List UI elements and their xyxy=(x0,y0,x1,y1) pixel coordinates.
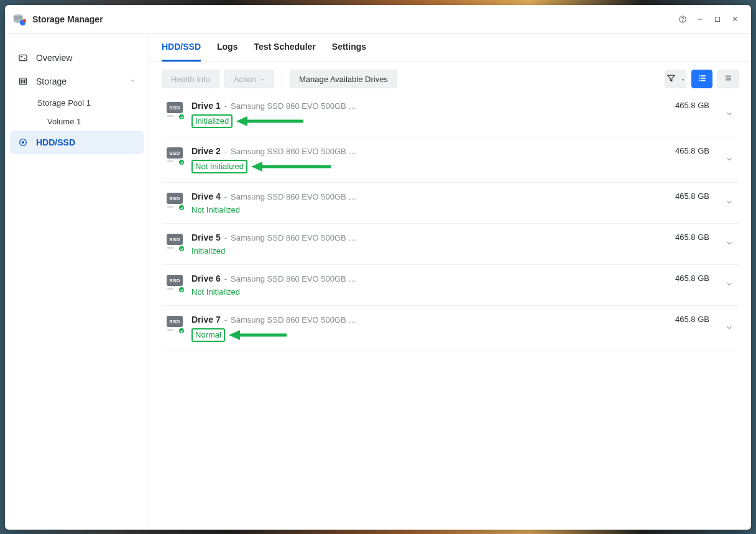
ssd-icon: SSD xyxy=(167,147,183,163)
drive-model: Samsung SSD 860 EVO 500GB … xyxy=(231,233,356,242)
sidebar-item-overview[interactable]: Overview xyxy=(10,46,144,70)
separator: - xyxy=(224,233,227,242)
drive-name: Drive 2 xyxy=(191,146,221,156)
drive-name: Drive 4 xyxy=(191,191,221,201)
storage-icon xyxy=(17,76,29,87)
svg-marker-19 xyxy=(261,79,264,81)
chevron-down-icon[interactable] xyxy=(725,239,734,249)
drive-row-main: Drive 6-Samsung SSD 860 EVO 500GB …Not I… xyxy=(191,274,669,297)
filter-button[interactable] xyxy=(665,70,686,88)
drive-row-main: Drive 2-Samsung SSD 860 EVO 500GB …Not I… xyxy=(191,146,669,173)
maximize-button[interactable] xyxy=(709,11,726,28)
manage-available-drives-button[interactable]: Manage Available Drives xyxy=(290,70,397,88)
drive-name: Drive 1 xyxy=(191,101,221,111)
drive-size: 465.8 GB xyxy=(675,232,725,242)
drive-model: Samsung SSD 860 EVO 500GB … xyxy=(231,101,356,111)
ssd-icon: SSD xyxy=(167,234,183,250)
caret-down-icon xyxy=(260,75,265,84)
tab-label: Logs xyxy=(217,42,237,52)
sidebar-item-volume-1[interactable]: Volume 1 xyxy=(10,112,144,131)
drive-row[interactable]: SSDDrive 5-Samsung SSD 860 EVO 500GB …In… xyxy=(162,224,739,265)
drive-row-main: Drive 1-Samsung SSD 860 EVO 500GB …Initi… xyxy=(191,101,669,128)
ssd-icon: SSD xyxy=(167,102,183,118)
separator xyxy=(282,72,282,86)
drive-name: Drive 7 xyxy=(191,315,221,325)
svg-rect-25 xyxy=(701,78,705,79)
tab-test-scheduler[interactable]: Test Scheduler xyxy=(254,34,315,62)
svg-marker-20 xyxy=(668,75,675,81)
drive-model: Samsung SSD 860 EVO 500GB … xyxy=(231,274,356,283)
chevron-down-icon[interactable] xyxy=(725,198,734,208)
tab-logs[interactable]: Logs xyxy=(217,34,237,62)
tab-bar: HDD/SSD Logs Test Scheduler Settings xyxy=(149,34,751,62)
drive-name: Drive 6 xyxy=(191,274,221,283)
drive-row-main: Drive 7-Samsung SSD 860 EVO 500GB …Norma… xyxy=(191,315,669,342)
svg-point-5 xyxy=(683,21,683,21)
list-icon xyxy=(698,73,707,85)
caret-down-icon xyxy=(681,75,685,84)
drive-status: Not Initialized xyxy=(191,160,247,173)
drive-size: 465.8 GB xyxy=(675,146,725,155)
hamburger-icon xyxy=(724,73,733,85)
drive-status: Normal xyxy=(191,328,225,342)
sidebar-item-label: HDD/SSD xyxy=(36,137,75,147)
ssd-icon: SSD xyxy=(167,193,183,209)
ssd-icon: SSD xyxy=(167,275,183,291)
chevron-down-icon[interactable] xyxy=(725,323,734,334)
drive-list: SSDDrive 1-Samsung SSD 860 EVO 500GB …In… xyxy=(149,88,751,364)
chevron-down-icon[interactable] xyxy=(725,109,734,120)
separator: - xyxy=(224,192,227,201)
chevron-up-icon xyxy=(129,76,136,86)
svg-rect-26 xyxy=(699,80,700,81)
action-dropdown[interactable]: Action xyxy=(224,70,274,88)
drive-size: 465.8 GB xyxy=(675,101,725,110)
drive-model: Samsung SSD 860 EVO 500GB … xyxy=(231,192,356,201)
drive-row[interactable]: SSDDrive 4-Samsung SSD 860 EVO 500GB …No… xyxy=(162,183,739,224)
list-view-button[interactable] xyxy=(691,70,712,88)
chevron-down-icon[interactable] xyxy=(725,280,734,290)
drive-title-line: Drive 6-Samsung SSD 860 EVO 500GB … xyxy=(191,274,669,283)
drive-row[interactable]: SSDDrive 6-Samsung SSD 860 EVO 500GB …No… xyxy=(162,265,739,306)
button-label: Action xyxy=(234,75,256,84)
minimize-button[interactable] xyxy=(691,11,709,28)
app-icon xyxy=(12,12,26,26)
drive-status: Not Initialized xyxy=(191,205,240,214)
drive-row[interactable]: SSDDrive 1-Samsung SSD 860 EVO 500GB …In… xyxy=(162,92,739,137)
drive-row[interactable]: SSDDrive 7-Samsung SSD 860 EVO 500GB …No… xyxy=(162,306,739,351)
button-label: Health Info xyxy=(171,75,210,84)
svg-point-3 xyxy=(23,19,27,22)
app-window: Storage Manager Overview xyxy=(5,5,751,530)
sidebar-item-label: Overview xyxy=(36,53,72,63)
svg-rect-7 xyxy=(716,17,720,21)
button-label: Manage Available Drives xyxy=(299,75,388,84)
overview-icon xyxy=(17,52,29,63)
drive-title-line: Drive 2-Samsung SSD 860 EVO 500GB … xyxy=(191,146,669,156)
drive-row[interactable]: SSDDrive 2-Samsung SSD 860 EVO 500GB …No… xyxy=(162,137,739,183)
tab-hdd-ssd[interactable]: HDD/SSD xyxy=(162,34,201,62)
tab-label: Settings xyxy=(332,42,366,52)
svg-point-18 xyxy=(22,142,24,144)
sidebar-item-storage[interactable]: Storage xyxy=(10,70,144,93)
tab-settings[interactable]: Settings xyxy=(332,34,366,62)
drive-name: Drive 5 xyxy=(191,232,221,242)
chevron-down-icon[interactable] xyxy=(725,155,734,165)
svg-rect-24 xyxy=(699,78,700,79)
drive-title-line: Drive 7-Samsung SSD 860 EVO 500GB … xyxy=(191,315,669,325)
titlebar: Storage Manager xyxy=(5,5,751,34)
svg-rect-10 xyxy=(19,55,27,60)
sidebar-item-storage-pool-1[interactable]: Storage Pool 1 xyxy=(10,93,144,112)
tab-label: Test Scheduler xyxy=(254,42,315,52)
health-info-button[interactable]: Health Info xyxy=(162,70,219,88)
more-menu-button[interactable] xyxy=(717,70,739,88)
drive-title-line: Drive 1-Samsung SSD 860 EVO 500GB … xyxy=(191,101,669,111)
svg-point-12 xyxy=(24,58,25,59)
drive-title-line: Drive 4-Samsung SSD 860 EVO 500GB … xyxy=(191,191,669,201)
drive-status: Initialized xyxy=(191,114,233,128)
filter-icon xyxy=(666,73,676,85)
sidebar-item-label: Volume 1 xyxy=(47,117,81,126)
drive-status: Initialized xyxy=(191,246,225,255)
close-button[interactable] xyxy=(726,11,744,28)
sidebar-item-hdd-ssd[interactable]: HDD/SSD xyxy=(10,131,144,154)
drive-title-line: Drive 5-Samsung SSD 860 EVO 500GB … xyxy=(191,232,669,242)
help-button[interactable] xyxy=(674,11,691,28)
